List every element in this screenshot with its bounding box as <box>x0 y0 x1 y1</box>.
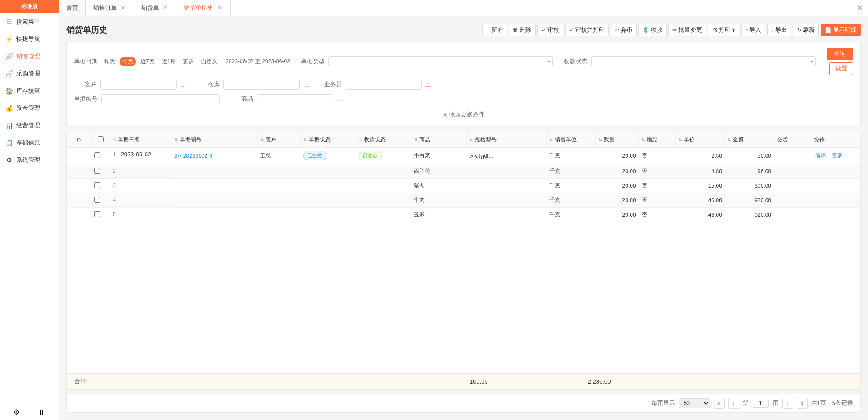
batch-change-button[interactable]: ✏ 批量变更 <box>668 24 706 36</box>
collapse-button[interactable]: ∧ 收起更多条件 <box>441 109 487 120</box>
col-doc-status[interactable]: ⇅ 单据状态 <box>301 132 356 148</box>
abandon-button[interactable]: ↩ 弃审 <box>611 24 637 36</box>
sidebar-item-inventory[interactable]: 🏠 库存核算 <box>0 82 59 100</box>
tab-close-sales-history[interactable]: ✕ <box>216 4 223 11</box>
tab-sales-order[interactable]: 销售订单 ✕ <box>86 0 134 16</box>
show-detail-icon: 📄 <box>825 27 832 33</box>
show-detail-button[interactable]: 📄 显示明细 <box>821 24 861 36</box>
date-tag-today[interactable]: 今天 <box>120 57 136 66</box>
last-page-button[interactable]: » <box>797 398 808 409</box>
col-spec[interactable]: ⇅ 规格型号 <box>467 132 547 148</box>
col-gift[interactable]: ⇅ 赠品 <box>639 132 676 148</box>
col-date[interactable]: ⇅ 单据日期 <box>110 132 171 148</box>
row-unit-price: 46.00 <box>676 193 725 208</box>
row-checkbox[interactable] <box>91 148 110 164</box>
col-qty[interactable]: ⇅ 数量 <box>596 132 639 148</box>
settings-bottom-icon[interactable]: ⚙ <box>13 408 20 416</box>
row-checkbox[interactable] <box>91 164 110 179</box>
row-doc-no[interactable] <box>171 179 257 193</box>
sidebar-item-basic-info[interactable]: 📋 基础信息 <box>0 134 59 151</box>
row-doc-no[interactable]: SA-20230602-0 <box>171 148 257 164</box>
print-button[interactable]: 🖨 打印 ▾ <box>708 24 739 36</box>
settings-button[interactable]: 设置 <box>829 62 853 75</box>
import-button[interactable]: ↑ 导入 <box>741 24 765 36</box>
col-gear[interactable]: ⚙ <box>67 132 91 148</box>
row-select-checkbox[interactable] <box>94 211 100 217</box>
tab-sales-goods[interactable]: 销货单 ✕ <box>134 0 176 16</box>
warehouse-dots[interactable]: ... <box>303 81 309 88</box>
row-checkbox[interactable] <box>91 179 110 193</box>
doc-num-input[interactable] <box>101 94 220 104</box>
refresh-button[interactable]: ↻ 刷新 <box>793 24 819 36</box>
query-button[interactable]: 查询 <box>827 48 853 60</box>
doc-type-select-wrap[interactable] <box>328 56 553 66</box>
collect-button[interactable]: 💲 收款 <box>638 24 667 36</box>
col-amount[interactable]: ⇅ 金额 <box>725 132 774 148</box>
date-tag-yesterday[interactable]: 昨天 <box>101 57 118 66</box>
col-unit[interactable]: ⇅ 销售单位 <box>547 132 596 148</box>
date-tag-1month[interactable]: 近1月 <box>159 57 179 66</box>
sidebar-item-quick-nav[interactable]: ⚡ 快捷导航 <box>0 30 59 48</box>
row-select-checkbox[interactable] <box>94 152 100 158</box>
col-docno[interactable]: ⇅ 单据编号 <box>171 132 257 148</box>
close-all-tabs[interactable]: ✕ <box>857 4 868 12</box>
customer-dots[interactable]: ... <box>181 81 186 88</box>
table-scroll-area[interactable]: ⚙ ⇅ 单据日期 ⇅ 单据编号 ⇅ 客户 ⇅ 单据状态 ⇅ 收款状态 ⇅ 商品 … <box>67 132 860 373</box>
action-btn-1[interactable]: 更多 <box>830 151 844 160</box>
page-number-input[interactable] <box>753 399 769 408</box>
tab-close-sales-order[interactable]: ✕ <box>120 5 126 11</box>
sidebar-item-finance[interactable]: 💰 资金管理 <box>0 100 59 117</box>
sidebar-item-system-mgmt[interactable]: ⚙ 系统管理 <box>0 151 59 169</box>
sidebar-item-operations[interactable]: 📊 经营管理 <box>0 117 59 134</box>
sidebar-item-search-menu[interactable]: ☰ 搜索菜单 <box>0 13 59 30</box>
row-doc-no[interactable] <box>171 164 257 179</box>
salesman-filter: 业务员 ... <box>319 80 431 90</box>
salesman-dots[interactable]: ... <box>426 81 431 88</box>
collapse-icon: ∧ <box>443 111 447 118</box>
warehouse-input[interactable] <box>223 80 300 90</box>
col-customer[interactable]: ⇅ 客户 <box>257 132 301 148</box>
tab-close-sales-goods[interactable]: ✕ <box>162 5 169 11</box>
sidebar-item-sales-mgmt[interactable]: 📈 销售管理 <box>0 48 59 65</box>
row-select-checkbox[interactable] <box>94 197 100 203</box>
audit-print-button[interactable]: ✓ 审核并打印 <box>565 24 609 36</box>
row-checkbox[interactable] <box>91 193 110 208</box>
per-page-select[interactable]: 50 100 200 <box>679 398 710 408</box>
tab-sales-history[interactable]: 销货单历史 ✕ <box>176 0 231 16</box>
tab-home[interactable]: 首页 <box>59 0 86 16</box>
payment-status-select-wrap[interactable] <box>591 56 816 66</box>
customer-input[interactable] <box>100 80 177 90</box>
row-doc-no[interactable] <box>171 208 257 222</box>
col-unit-price[interactable]: ⇅ 单价 <box>676 132 725 148</box>
sidebar-item-purchase-mgmt[interactable]: 🛒 采购管理 <box>0 65 59 82</box>
audit-button[interactable]: ✓ 审核 <box>537 24 563 36</box>
payment-status-select[interactable] <box>591 56 816 66</box>
select-all-checkbox[interactable] <box>98 136 104 142</box>
horizontal-scrollbar[interactable] <box>67 389 860 394</box>
new-button[interactable]: + 新增 <box>482 24 507 36</box>
salesman-input[interactable] <box>346 80 422 90</box>
row-doc-no[interactable] <box>171 193 257 208</box>
audit-print-icon: ✓ <box>569 27 574 33</box>
next-page-button[interactable]: › <box>782 398 793 409</box>
col-payment-status[interactable]: ⇅ 收款状态 <box>356 132 411 148</box>
row-select-checkbox[interactable] <box>94 182 100 188</box>
col-goods[interactable]: ⇅ 商品 <box>411 132 467 148</box>
date-tag-custom[interactable]: 自定义 <box>198 57 220 66</box>
prev-page-button[interactable]: ‹ <box>728 398 739 409</box>
per-page-select-wrap[interactable]: 50 100 200 <box>679 398 710 408</box>
col-checkbox[interactable] <box>91 132 110 148</box>
date-tag-7days[interactable]: 近7天 <box>138 57 157 66</box>
delete-button[interactable]: 🗑 删除 <box>509 24 536 36</box>
row-checkbox[interactable] <box>91 208 110 222</box>
action-btn-0[interactable]: 编辑 <box>813 151 828 160</box>
doc-type-select[interactable] <box>328 56 553 66</box>
export-button[interactable]: ↓ 导出 <box>767 24 791 36</box>
row-select-checkbox[interactable] <box>94 168 100 174</box>
date-tag-more[interactable]: 更多 <box>180 57 196 66</box>
goods-dots[interactable]: ... <box>337 95 342 103</box>
pause-bottom-icon[interactable]: ⏸ <box>38 408 45 416</box>
row-spec <box>467 193 547 208</box>
first-page-button[interactable]: « <box>714 398 725 409</box>
goods-input[interactable] <box>257 94 333 104</box>
